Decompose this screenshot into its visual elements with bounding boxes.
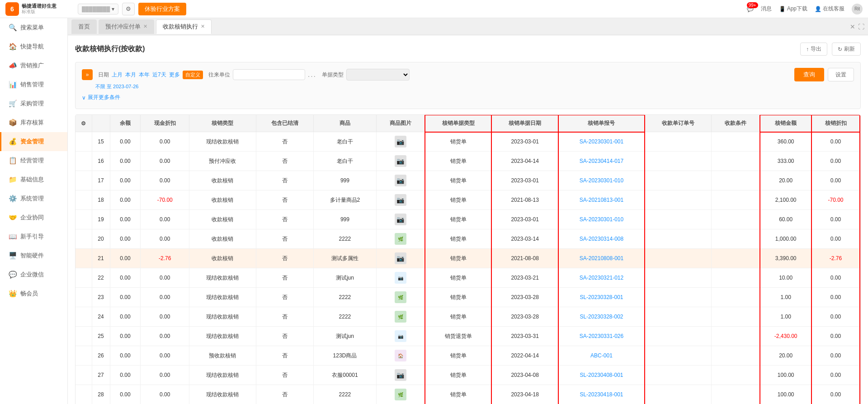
- tab-prepay[interactable]: 预付冲应付单 ✕: [99, 19, 154, 34]
- col-settings[interactable]: [75, 171, 92, 190]
- filter-date-thismonth[interactable]: 本月: [125, 71, 136, 79]
- cancel-bill-no-link[interactable]: SA-20230301-010: [580, 177, 623, 184]
- filter-date-lastmonth[interactable]: 上月: [112, 71, 123, 79]
- expand-conditions-button[interactable]: ∨ 展开更多条件: [82, 94, 854, 101]
- refresh-button[interactable]: ↻ 刷新: [832, 43, 861, 56]
- sidebar-item-smart[interactable]: 🖥️ 智能硬件: [0, 246, 67, 265]
- cancel-bill-no-link[interactable]: SA-20230301-010: [580, 216, 623, 223]
- col-cancel-bill-no[interactable]: SA-20230321-012: [558, 268, 645, 288]
- col-settings[interactable]: [75, 229, 92, 249]
- sidebar-item-wechat[interactable]: 💬 企业微信: [0, 265, 67, 284]
- col-cancel-bill-no[interactable]: SA-20210808-001: [558, 249, 645, 268]
- col-cancel-bill-no[interactable]: SA-20230314-008: [558, 229, 645, 249]
- col-settings[interactable]: [75, 327, 92, 346]
- filter-date-more[interactable]: 更多: [169, 71, 180, 79]
- col-settings[interactable]: [75, 346, 92, 366]
- sidebar-item-shortcuts[interactable]: 🏠 快捷导航: [0, 37, 67, 56]
- sidebar-item-system[interactable]: ⚙️ 系统管理: [0, 189, 67, 208]
- export-button[interactable]: ↑ 导出: [800, 43, 827, 56]
- col-settings[interactable]: [75, 366, 92, 385]
- col-cancel-bill-no[interactable]: SL-20230328-002: [558, 307, 645, 327]
- col-header-settings[interactable]: ⚙: [75, 115, 92, 132]
- col-cancel-bill-no[interactable]: SA-20230331-026: [558, 327, 645, 346]
- sidebar-item-marketing[interactable]: 📣 营销推广: [0, 56, 67, 75]
- sidebar-item-enterprise[interactable]: 🤝 企业协同: [0, 208, 67, 227]
- sidebar-item-purchase[interactable]: 🛒 采购管理: [0, 94, 67, 113]
- tab-home[interactable]: 首页: [71, 19, 97, 34]
- col-cancel-bill-type: 销货单: [425, 152, 491, 171]
- sidebar-item-basic[interactable]: 📁 基础信息: [0, 170, 67, 189]
- col-row-num: 18: [92, 190, 110, 210]
- col-cancel-bill-no[interactable]: SA-20230301-001: [558, 132, 645, 152]
- tab-collection[interactable]: 收款核销执行 ✕: [156, 19, 212, 34]
- cancel-bill-no-link[interactable]: SA-20230331-026: [580, 333, 623, 339]
- col-settings[interactable]: [75, 132, 92, 152]
- filter-partner-input[interactable]: [233, 69, 305, 80]
- filter-custom-button[interactable]: 自定义: [183, 71, 203, 79]
- tab-expand-icon[interactable]: ⛶: [858, 23, 864, 30]
- col-goods: 123D商品: [314, 346, 377, 366]
- sidebar-item-sales[interactable]: 📊 销售管理: [0, 75, 67, 94]
- cancel-bill-no-link[interactable]: SA-20230321-012: [580, 275, 623, 281]
- sidebar-item-guide[interactable]: 📖 新手引导: [0, 227, 67, 246]
- col-cancel-bill-no[interactable]: SL-20230418-001: [558, 385, 645, 404]
- sidebar-item-finance[interactable]: 💰 资金管理: [0, 132, 67, 151]
- cancel-bill-no-link[interactable]: SL-20230418-001: [580, 391, 623, 398]
- cancel-bill-no-link[interactable]: SA-20230301-001: [580, 138, 623, 145]
- basic-icon: 📁: [9, 176, 17, 184]
- cancel-bill-no-link[interactable]: SA-20210808-001: [580, 255, 623, 261]
- col-cancel-bill-no[interactable]: SA-20230301-010: [558, 171, 645, 190]
- sidebar-item-search[interactable]: 🔍 搜索菜单: [0, 18, 67, 37]
- cancel-bill-no-link[interactable]: SL-20230408-001: [580, 372, 623, 378]
- col-receipt-order-no: [645, 268, 711, 288]
- col-cancel-discount: 0.00: [811, 366, 860, 385]
- industry-button[interactable]: 休验行业方案: [138, 3, 186, 15]
- tab-collection-close[interactable]: ✕: [201, 24, 205, 29]
- col-cancel-bill-type: 销货单: [425, 366, 491, 385]
- col-settings[interactable]: [75, 249, 92, 268]
- col-cancel-bill-no[interactable]: SA-20210813-001: [558, 190, 645, 210]
- settings-button[interactable]: 设置: [828, 68, 854, 81]
- col-cancel-bill-no[interactable]: SA-20230414-017: [558, 152, 645, 171]
- col-cancel-bill-no[interactable]: SL-20230328-001: [558, 288, 645, 307]
- cancel-bill-no-link[interactable]: ABC-001: [590, 352, 613, 359]
- col-goods: 测试多属性: [314, 249, 377, 268]
- col-settings[interactable]: [75, 152, 92, 171]
- col-cancel-bill-type: 销货单: [425, 307, 491, 327]
- col-settings[interactable]: [75, 385, 92, 404]
- cancel-bill-no-link[interactable]: SA-20230414-017: [580, 158, 623, 164]
- online-service[interactable]: 👤 在线客服: [815, 5, 844, 13]
- app-download[interactable]: 📱 App下载: [779, 5, 807, 13]
- sidebar-item-business[interactable]: 📋 经营管理: [0, 151, 67, 170]
- col-cancel-bill-no[interactable]: SA-20230301-010: [558, 210, 645, 229]
- filter-date-7days[interactable]: 近7天: [152, 71, 166, 79]
- col-settings[interactable]: [75, 288, 92, 307]
- col-cancel-bill-no[interactable]: SL-20230408-001: [558, 366, 645, 385]
- tab-close-all-icon[interactable]: ✕: [850, 23, 855, 30]
- filter-date-thisyear[interactable]: 本年: [139, 71, 150, 79]
- org-selector[interactable]: ████████ ▾: [78, 4, 118, 14]
- cancel-bill-no-link[interactable]: SA-20210813-001: [580, 197, 623, 203]
- col-cancel-discount: 0.00: [811, 229, 860, 249]
- col-settings[interactable]: [75, 210, 92, 229]
- product-thumbnail: 📷: [395, 369, 406, 381]
- col-settings[interactable]: [75, 307, 92, 327]
- sidebar-item-member[interactable]: 👑 畅会员: [0, 284, 67, 303]
- chevron-down-icon: ▾: [112, 6, 114, 12]
- user-menu[interactable]: Rit: [852, 4, 863, 14]
- tab-prepay-close[interactable]: ✕: [143, 24, 147, 29]
- cancel-bill-no-link[interactable]: SL-20230328-002: [580, 314, 623, 320]
- tab-prepay-label: 预付冲应付单: [105, 23, 141, 31]
- col-settings[interactable]: [75, 268, 92, 288]
- query-button[interactable]: 查询: [794, 68, 824, 81]
- message-icon[interactable]: 💬 99+: [747, 6, 754, 12]
- gear-button[interactable]: ⚙: [122, 3, 135, 15]
- col-cancel-bill-no[interactable]: ABC-001: [558, 346, 645, 366]
- sidebar-item-inventory[interactable]: 📦 库存核算: [0, 113, 67, 132]
- cancel-bill-no-link[interactable]: SL-20230328-001: [580, 294, 623, 300]
- filter-toggle-button[interactable]: »: [82, 69, 93, 80]
- filter-billtype-select[interactable]: [346, 69, 410, 81]
- table-row: 27 0.00 0.00 现结收款核销 否 衣服00001 📷 销货单 2023…: [75, 366, 860, 385]
- col-settings[interactable]: [75, 190, 92, 210]
- cancel-bill-no-link[interactable]: SA-20230314-008: [580, 236, 623, 242]
